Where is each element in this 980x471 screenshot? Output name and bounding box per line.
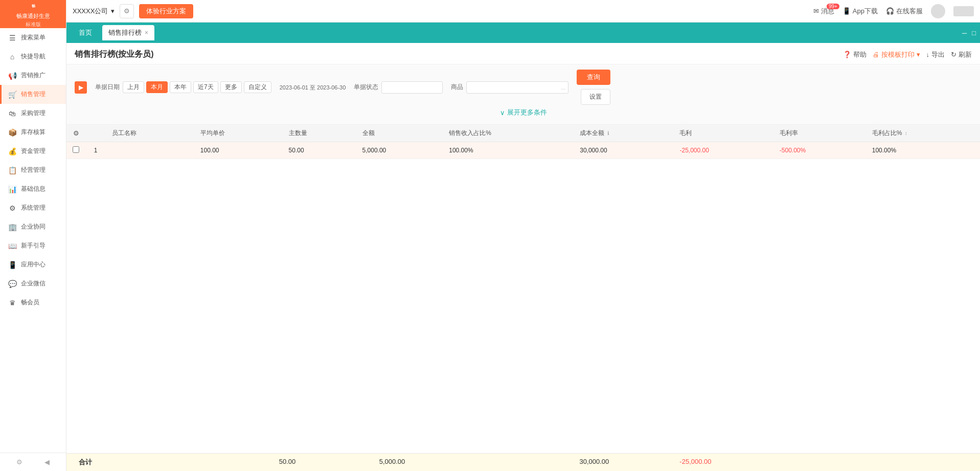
user-avatar[interactable] [931,4,945,18]
sidebar-item-guide[interactable]: 📖 新手引导 [0,236,66,255]
logo-sub: 标准版 [26,21,41,28]
status-select[interactable] [381,81,443,94]
help-button[interactable]: ❓ 帮助 [843,50,867,59]
tabbar-right: ─ □ [962,29,976,37]
sidebar-icon-guide: 📖 [8,242,17,250]
query-button[interactable]: 查询 [577,70,610,85]
tab-sales-ranking[interactable]: 销售排行榜 × [102,25,154,40]
col-settings[interactable]: ⚙ [66,125,85,142]
expand-conditions-button[interactable]: ∨ 展开更多条件 [500,108,547,117]
window-minimize-icon[interactable]: ─ [962,29,967,37]
sidebar: 畅 畅康通好生意 标准版 ☰ 搜索菜单 ⌂ 快捷导航 📢 营销推广 🛒 销售管理… [0,0,66,471]
message-icon: ✉ [813,7,819,15]
online-service-button[interactable]: 🎧 在线客服 [886,7,923,16]
window-maximize-icon[interactable]: □ [972,29,976,37]
footer-gross-rate [773,458,874,467]
table-footer: 合计 50.00 5,000.00 30,000.00 -25,000.00 [66,453,980,471]
message-badge: 99+ [827,4,839,9]
refresh-button[interactable]: ↻ 刷新 [951,50,972,59]
tab-home[interactable]: 首页 [71,23,100,43]
sidebar-item-operations[interactable]: 📋 经营管理 [0,161,66,180]
col-sales-pct: 销售收入占比% [443,125,574,142]
sidebar-item-vip[interactable]: ♛ 畅会员 [0,293,66,312]
quick-filter-button[interactable]: ▶ [75,81,87,94]
date-current-year-btn[interactable]: 本年 [170,81,191,93]
company-selector[interactable]: XXXXX公司 ▾ [73,7,115,16]
phone-icon: 📱 [842,7,851,15]
page-title: 销售排行榜(按业务员) [75,49,154,60]
user-name [953,6,974,16]
sidebar-item-shortcut[interactable]: ⌂ 快捷导航 [0,47,66,66]
status-filter-item: 单据状态 [354,81,443,94]
topbar: XXXXX公司 ▾ ⚙ 体验行业方案 ✉ 消息 99+ 📱 App下载 🎧 在线… [66,0,980,23]
table-container: ⚙ 员工名称 平均单价 主数量 全额 销售收入占比% 成本全额 ℹ 毛利 毛利率… [66,125,980,453]
col-gross-rate: 毛利率 [773,125,866,142]
sidebar-item-sales[interactable]: 🛒 销售管理 [0,85,66,104]
sidebar-icon-shortcut: ⌂ [8,53,17,61]
sidebar-item-apps[interactable]: 📱 应用中心 [0,255,66,274]
goods-input[interactable] [466,81,568,94]
column-settings-icon: ⚙ [73,129,79,137]
sidebar-icon-enterprise: 🏢 [8,223,17,231]
footer-qty: 50.00 [273,458,373,467]
date-label: 单据日期 [95,83,120,92]
sidebar-collapse-icon[interactable]: ◀ [44,458,50,466]
headset-icon: 🎧 [886,7,894,15]
cell-checkbox[interactable] [66,142,85,159]
industry-plan-button[interactable]: 体验行业方案 [139,4,193,18]
sidebar-item-marketing[interactable]: 📢 营销推广 [0,66,66,85]
footer-amount: 5,000.00 [373,458,473,467]
sidebar-item-inventory[interactable]: 📦 库存核算 [0,123,66,142]
export-button[interactable]: ↓ 导出 [926,50,945,59]
sidebar-settings-icon[interactable]: ⚙ [16,458,22,466]
export-icon: ↓ [926,51,930,58]
sidebar-item-basic[interactable]: 📊 基础信息 [0,180,66,198]
print-icon: 🖨 [873,51,879,58]
expand-down-icon: ∨ [500,109,505,117]
date-custom-btn[interactable]: 自定义 [244,81,271,93]
sidebar-item-finance[interactable]: 💰 资金管理 [0,142,66,161]
footer-gross: -25,000.00 [673,458,773,467]
sidebar-item-enterprise[interactable]: 🏢 企业协同 [0,217,66,236]
sidebar-label-purchase: 采购管理 [21,109,45,118]
date-more-btn[interactable]: 更多 [220,81,242,93]
sidebar-item-purchase[interactable]: 🛍 采购管理 [0,104,66,123]
sidebar-label-enterprise: 企业协同 [21,222,45,231]
goods-filter-item: 商品 ... [451,81,568,94]
sidebar-icon-wechat: 💬 [8,280,17,288]
settings-small-button[interactable]: 设置 [581,89,610,105]
cell-sales-pct: 100.00% [443,142,574,159]
sidebar-item-system[interactable]: ⚙ 系统管理 [0,198,66,217]
help-icon: ❓ [843,51,851,58]
cell-cost: 30,000.00 [574,142,673,159]
sidebar-item-search[interactable]: ☰ 搜索菜单 [0,28,66,47]
date-last-month-btn[interactable]: 上月 [123,81,144,93]
table-row: 1 100.00 50.00 5,000.00 100.00% 30,000.0… [66,142,980,159]
sidebar-label-system: 系统管理 [21,204,45,212]
footer-label: 合计 [73,458,173,467]
filter-bar: ▶ 单据日期 上月 本月 本年 近7天 更多 自定义 2023-0 [66,64,980,125]
cell-gross-rate: -500.00% [773,142,866,159]
sidebar-label-basic: 基础信息 [21,185,45,193]
row-checkbox[interactable] [73,146,79,153]
app-logo-icon: 畅 [25,0,41,11]
print-button[interactable]: 🖨 按模板打印 ▾ [873,50,920,59]
footer-sales-pct [473,458,574,467]
app-download-button[interactable]: 📱 App下载 [842,7,878,16]
sidebar-icon-vip: ♛ [8,299,17,307]
date-7days-btn[interactable]: 近7天 [193,81,218,93]
goods-ellipsis: ... [561,84,565,91]
col-gross-pct: 毛利占比% ↕ [866,125,980,142]
tab-close-icon[interactable]: × [145,29,148,36]
svg-text:畅: 畅 [31,4,35,8]
col-gross: 毛利 [673,125,773,142]
date-current-month-btn[interactable]: 本月 [146,81,168,93]
message-button[interactable]: ✉ 消息 99+ [813,7,834,16]
status-select-wrap [381,81,443,94]
sidebar-item-wechat[interactable]: 💬 企业微信 [0,274,66,293]
topbar-settings-button[interactable]: ⚙ [120,4,134,18]
refresh-icon: ↻ [951,51,956,58]
settings-icon: ⚙ [124,7,130,15]
filter-row: ▶ 单据日期 上月 本月 本年 近7天 更多 自定义 2023-0 [75,70,972,105]
sidebar-label-sales: 销售管理 [21,90,45,99]
